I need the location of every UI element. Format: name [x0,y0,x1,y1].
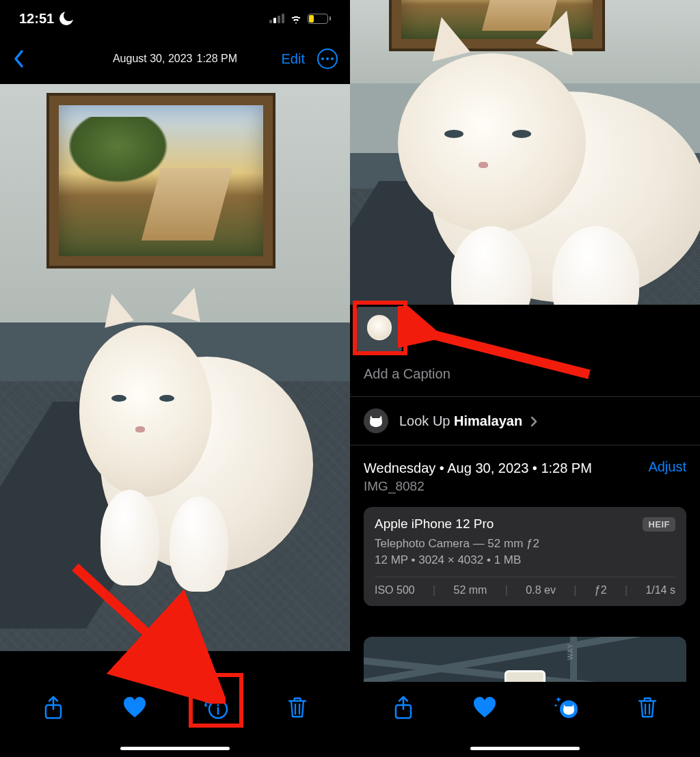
delete-button[interactable] [632,693,662,723]
battery-level: 19 [314,15,321,23]
photo-viewport[interactable] [0,81,350,709]
exif-card[interactable]: Apple iPhone 12 Pro HEIF Telephoto Camer… [364,507,686,606]
back-button[interactable] [12,49,26,68]
caption-placeholder: Add a Caption [364,366,450,381]
wifi-icon [288,13,304,24]
bottom-toolbar [350,682,700,757]
dnd-moon-icon [59,12,73,25]
bottom-toolbar [0,682,350,757]
photo-viewport[interactable] [350,0,700,348]
status-time: 12:51 [19,11,54,27]
annotation-highlight-info [189,673,243,728]
status-bar: 12:51 19 [0,0,350,37]
lookup-label: Look Up Himalayan [399,413,537,429]
photo-info-screen: Add a Caption Look Up Himalayan Wednesda… [350,0,700,757]
metadata-filename: IMG_8082 [364,479,686,494]
favorite-button[interactable] [470,693,500,723]
exif-device: Apple iPhone 12 Pro [375,517,494,532]
nav-bar: August 30, 20231:28 PM Edit [0,37,350,81]
info-lookup-button[interactable] [551,693,581,723]
map-road-label: WAY [567,643,574,660]
sparkle-icon [350,391,355,405]
share-button[interactable] [388,693,418,723]
photo-date-title: August 30, 20231:28 PM [113,53,237,65]
battery-icon: 19 [308,14,331,24]
delete-button[interactable] [282,693,312,723]
caption-field[interactable]: Add a Caption [350,357,700,396]
exif-lens: Telephoto Camera — 52 mm ƒ2 [375,537,675,551]
cell-signal-icon [269,14,284,23]
home-indicator[interactable] [470,747,580,750]
share-button[interactable] [38,693,68,723]
more-button[interactable] [317,49,338,69]
home-indicator[interactable] [120,747,230,750]
photos-viewer-screen: 12:51 19 August 30, 20231:28 PM Edit [0,0,350,757]
lookup-cat-icon [364,409,388,433]
divider [350,445,700,445]
metadata-date: Wednesday • Aug 30, 2023 • 1:28 PM [364,460,686,476]
visual-lookup-row[interactable]: Look Up Himalayan [350,397,700,445]
exif-details-row: ISO 500| 52 mm| 0.8 ev| ƒ2| 1/14 s [375,577,675,596]
exif-format-badge: HEIF [643,517,675,532]
photo-metadata: Wednesday • Aug 30, 2023 • 1:28 PM IMG_8… [350,451,700,494]
exif-resolution: 12 MP • 3024 × 4032 • 1 MB [375,553,675,567]
adjust-button[interactable]: Adjust [648,459,686,475]
favorite-button[interactable] [120,693,150,723]
photo-content [350,0,700,348]
photo-content [0,84,350,651]
annotation-highlight-thumb [353,301,407,355]
edit-button[interactable]: Edit [282,51,305,67]
